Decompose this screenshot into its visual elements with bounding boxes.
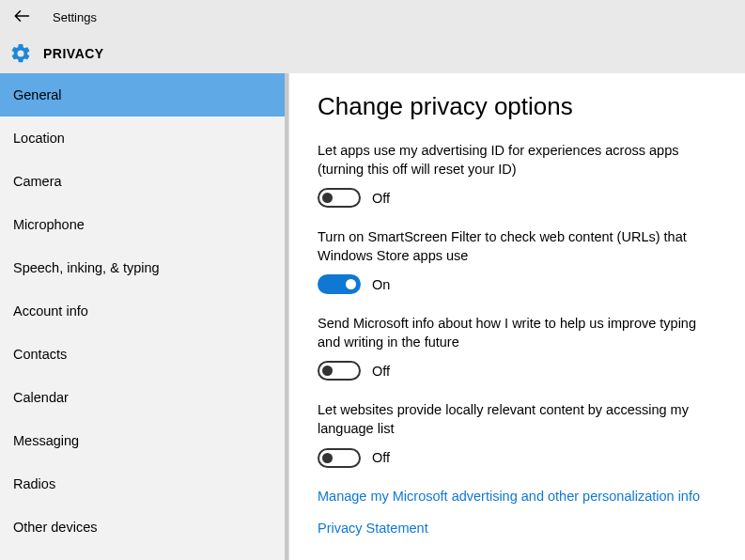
toggle-knob (346, 279, 356, 289)
setting-1: Turn on SmartScreen Filter to check web … (318, 228, 724, 294)
sidebar-item-label: Messaging (13, 433, 79, 448)
toggle-row: On (318, 274, 724, 294)
sidebar-item-radios[interactable]: Radios (0, 462, 288, 506)
section-title: PRIVACY (43, 46, 104, 61)
sidebar-item-speech-inking-typing[interactable]: Speech, inking, & typing (0, 246, 288, 289)
manage-ad-info-link[interactable]: Manage my Microsoft advertising and othe… (318, 489, 724, 504)
body: GeneralLocationCameraMicrophoneSpeech, i… (0, 73, 745, 560)
setting-description: Let websites provide locally relevant co… (318, 401, 712, 438)
sidebar-item-camera[interactable]: Camera (0, 160, 288, 203)
header: Settings PRIVACY (0, 0, 745, 73)
sidebar-item-messaging[interactable]: Messaging (0, 419, 288, 462)
sidebar-item-location[interactable]: Location (0, 117, 288, 160)
toggle-state-label: Off (372, 450, 390, 465)
sidebar-item-label: Speech, inking, & typing (13, 260, 160, 275)
main-panel: Change privacy options Let apps use my a… (289, 73, 745, 560)
gear-icon (9, 42, 32, 65)
toggle-row: Off (318, 448, 724, 468)
setting-description: Send Microsoft info about how I write to… (318, 315, 712, 351)
privacy-statement-link[interactable]: Privacy Statement (318, 521, 724, 536)
sidebar-item-label: Location (13, 131, 65, 146)
sidebar-item-general[interactable]: General (0, 73, 288, 117)
toggle-state-label: On (372, 277, 390, 292)
setting-2: Send Microsoft info about how I write to… (318, 315, 724, 381)
sidebar-item-contacts[interactable]: Contacts (0, 333, 288, 376)
sidebar-item-microphone[interactable]: Microphone (0, 203, 288, 246)
sidebar-item-label: Account info (13, 303, 88, 319)
title-row: Settings (0, 0, 745, 34)
toggle-switch[interactable] (318, 361, 361, 381)
sidebar-item-other-devices[interactable]: Other devices (0, 506, 288, 549)
toggle-knob (322, 366, 333, 376)
sidebar-item-label: General (13, 87, 62, 102)
back-arrow-icon[interactable] (13, 8, 30, 25)
setting-3: Let websites provide locally relevant co… (318, 401, 724, 467)
toggle-switch[interactable] (318, 188, 361, 208)
sidebar-item-label: Microphone (13, 217, 85, 232)
toggle-switch[interactable] (318, 448, 361, 468)
sidebar-item-calendar[interactable]: Calendar (0, 376, 288, 419)
section-row: PRIVACY (0, 34, 745, 73)
setting-description: Let apps use my advertising ID for exper… (318, 142, 712, 179)
sidebar-item-account-info[interactable]: Account info (0, 289, 288, 333)
toggle-switch[interactable] (318, 274, 361, 294)
sidebar-item-label: Camera (13, 174, 62, 189)
toggle-knob (322, 193, 333, 203)
app-title: Settings (53, 10, 97, 24)
toggle-row: Off (318, 361, 724, 381)
toggle-knob (322, 453, 333, 463)
sidebar: GeneralLocationCameraMicrophoneSpeech, i… (0, 73, 289, 560)
sidebar-item-label: Other devices (13, 520, 97, 535)
sidebar-item-label: Calendar (13, 390, 69, 405)
setting-0: Let apps use my advertising ID for exper… (318, 142, 724, 208)
sidebar-item-label: Radios (13, 476, 55, 491)
setting-description: Turn on SmartScreen Filter to check web … (318, 228, 712, 265)
toggle-state-label: Off (372, 364, 390, 379)
scrollbar[interactable] (285, 73, 288, 560)
toggle-state-label: Off (372, 191, 390, 206)
sidebar-item-label: Contacts (13, 347, 67, 362)
toggle-row: Off (318, 188, 724, 208)
page-heading: Change privacy options (318, 92, 724, 121)
